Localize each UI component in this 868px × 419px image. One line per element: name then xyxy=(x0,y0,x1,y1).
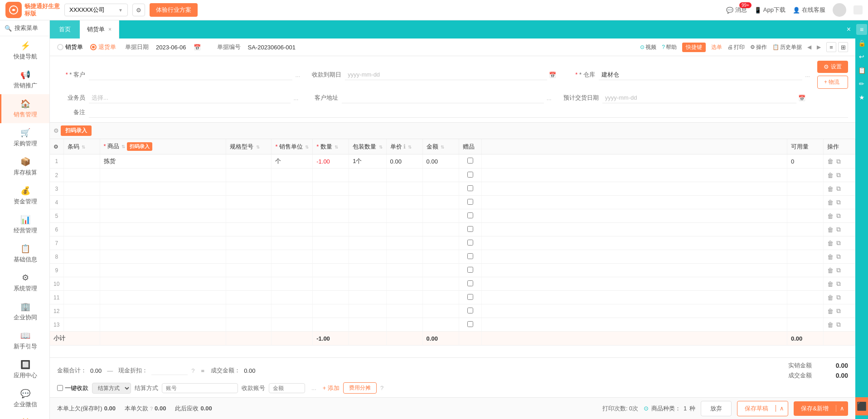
th-pkg[interactable]: 包装数量 ⇅ xyxy=(349,139,386,154)
sidebar-item-wechat[interactable]: 💬 企业微信 xyxy=(0,384,49,413)
row-price[interactable] xyxy=(386,169,422,182)
add-button[interactable]: + 添加 xyxy=(323,384,339,392)
row-unit[interactable] xyxy=(272,196,313,209)
gift-checkbox[interactable] xyxy=(467,226,473,232)
gift-checkbox[interactable] xyxy=(467,280,473,286)
scan-btn-inline[interactable]: 扫码录入 xyxy=(127,142,152,151)
row-pkg-qty[interactable] xyxy=(349,169,386,182)
row-spec[interactable] xyxy=(226,250,272,264)
row-spec[interactable] xyxy=(226,196,272,209)
barcode-input[interactable] xyxy=(68,321,96,328)
shortcut-action[interactable]: 快捷键 xyxy=(682,43,706,52)
row-unit[interactable] xyxy=(272,236,313,250)
row-amount[interactable] xyxy=(422,182,459,196)
barcode-input[interactable] xyxy=(68,280,96,287)
due-date-input[interactable] xyxy=(345,69,547,80)
discount-input[interactable] xyxy=(151,366,188,375)
online-service-button[interactable]: 👤 在线客服 xyxy=(793,6,825,14)
delete-row-icon[interactable]: 🗑 xyxy=(827,212,834,220)
gift-checkbox[interactable] xyxy=(467,185,473,191)
row-amount[interactable] xyxy=(422,291,459,304)
sidebar-item-quick-nav[interactable]: ⚡ 快捷导航 xyxy=(0,36,49,65)
th-gift[interactable]: 赠品 xyxy=(459,139,481,154)
copy-row-icon[interactable]: ⧉ xyxy=(836,307,841,315)
sidebar-item-purchase[interactable]: 🛒 采购管理 xyxy=(0,123,49,152)
th-product[interactable]: * 商品 ⇅ 扫码录入 xyxy=(100,139,226,154)
row-price[interactable] xyxy=(386,196,422,209)
row-amount[interactable] xyxy=(422,236,459,250)
radio-sales-order[interactable]: 销货单 xyxy=(57,43,83,51)
gift-checkbox[interactable] xyxy=(467,294,473,300)
row-qty[interactable] xyxy=(313,169,349,182)
row-gift[interactable] xyxy=(459,169,481,182)
sidebar-item-sales[interactable]: 🏠 销售管理 xyxy=(0,94,49,123)
amount-dots[interactable]: ... xyxy=(309,385,319,391)
row-qty[interactable] xyxy=(313,264,349,277)
row-amount[interactable] xyxy=(422,264,459,277)
gift-checkbox[interactable] xyxy=(467,199,473,205)
note-input[interactable] xyxy=(89,107,848,118)
owed-help-icon[interactable]: ? xyxy=(150,406,153,411)
row-product[interactable] xyxy=(100,236,226,250)
trial-button[interactable]: 体验行业方案 xyxy=(150,3,198,17)
row-spec[interactable] xyxy=(226,277,272,291)
barcode-input[interactable] xyxy=(68,294,96,301)
delete-row-icon[interactable]: 🗑 xyxy=(827,294,834,301)
delete-row-icon[interactable]: 🗑 xyxy=(827,253,834,260)
amount-input[interactable] xyxy=(269,383,305,393)
row-qty[interactable] xyxy=(313,209,349,223)
copy-row-icon[interactable]: ⧉ xyxy=(836,158,841,165)
row-spec[interactable] xyxy=(226,264,272,277)
onepay-cb-input[interactable] xyxy=(57,385,63,391)
barcode-input[interactable] xyxy=(68,226,96,233)
row-pkg-qty[interactable]: 1个 xyxy=(349,154,386,169)
account-input[interactable] xyxy=(162,383,238,393)
row-spec[interactable] xyxy=(226,209,272,223)
pay-method-select[interactable]: 结算方式 xyxy=(92,383,131,394)
copy-row-icon[interactable]: ⧉ xyxy=(836,212,841,220)
right-panel-btn-2[interactable]: ↩ xyxy=(856,51,867,62)
due-date-cal-icon[interactable]: 📅 xyxy=(547,72,558,78)
sidebar-item-system[interactable]: ⚙ 系统管理 xyxy=(0,268,49,297)
row-product[interactable] xyxy=(100,209,226,223)
barcode-input[interactable] xyxy=(68,267,96,274)
row-pkg-qty[interactable] xyxy=(349,196,386,209)
next-icon[interactable]: ▶ xyxy=(817,44,821,50)
row-amount[interactable] xyxy=(422,209,459,223)
delete-row-icon[interactable]: 🗑 xyxy=(827,267,834,274)
copy-row-icon[interactable]: ⧉ xyxy=(836,239,841,247)
row-qty[interactable] xyxy=(313,196,349,209)
row-product[interactable] xyxy=(100,291,226,304)
prev-icon[interactable]: ◀ xyxy=(807,44,811,50)
copy-row-icon[interactable]: ⧉ xyxy=(836,266,841,274)
tab-close-icon[interactable]: × xyxy=(108,26,112,33)
row-amount[interactable] xyxy=(422,196,459,209)
right-panel-orange-btn[interactable]: ⬛ xyxy=(855,397,868,415)
row-amount[interactable] xyxy=(422,169,459,182)
row-unit[interactable] xyxy=(272,264,313,277)
row-unit[interactable] xyxy=(272,304,313,318)
row-product[interactable] xyxy=(100,196,226,209)
topbar-settings-button[interactable]: ⚙ xyxy=(132,4,145,16)
row-amount[interactable]: 0.00 xyxy=(422,154,459,169)
delete-row-icon[interactable]: 🗑 xyxy=(827,240,834,247)
row-barcode[interactable] xyxy=(63,236,100,250)
barcode-input[interactable] xyxy=(68,158,96,165)
row-barcode[interactable] xyxy=(63,277,100,291)
print-action[interactable]: 🖨 打印 xyxy=(727,43,745,51)
row-barcode[interactable] xyxy=(63,250,100,264)
gift-checkbox[interactable] xyxy=(467,308,473,313)
row-qty[interactable] xyxy=(313,182,349,196)
row-barcode[interactable] xyxy=(63,318,100,332)
row-pkg-qty[interactable] xyxy=(349,223,386,236)
avatar-expand[interactable] xyxy=(853,5,863,14)
row-price[interactable] xyxy=(386,264,422,277)
sidebar-item-enterprise[interactable]: 🏢 企业协同 xyxy=(0,297,49,326)
row-amount[interactable] xyxy=(422,250,459,264)
row-spec[interactable] xyxy=(226,236,272,250)
row-qty[interactable] xyxy=(313,318,349,332)
right-panel-btn-3[interactable]: 📋 xyxy=(856,65,867,76)
row-qty[interactable]: -1.00 xyxy=(313,154,349,169)
gift-checkbox[interactable] xyxy=(467,267,473,273)
gift-checkbox[interactable] xyxy=(467,240,473,246)
